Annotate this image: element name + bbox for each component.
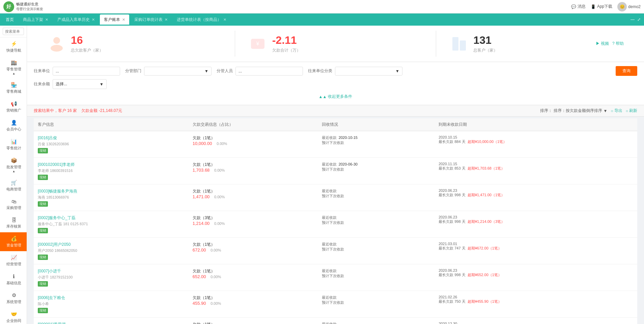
capital-icon: 💰	[11, 236, 17, 242]
overdue-amount-link[interactable]: 超期¥1,471.00（1笔）	[468, 193, 505, 197]
due-date: 2020.12.30	[439, 322, 633, 324]
result-sort[interactable]: 排序： 排序：按欠款金额倒序排序 ▼	[540, 108, 608, 114]
collection-cell: 最近收款 预计下次收款	[318, 238, 435, 264]
sidebar-item-batch-mgmt[interactable]: 📦 批发管理 ▲	[0, 154, 27, 176]
overdue-info: 最长欠款 750 天 超期¥455.90（1笔）	[439, 299, 633, 304]
overdue-amount-link[interactable]: 超期¥652.00（1笔）	[468, 273, 502, 277]
debt-amount: 1,214.00 0.00%	[193, 221, 314, 226]
debt-info-cell: 欠款（1笔） 652.00 0.00%	[189, 264, 318, 291]
main-content: 16 总欠款客户（家） ¥ -2.11 欠款合计（万）	[27, 26, 644, 324]
main-layout: ⚡ 快捷导航 🏬 零售管理 ▲ 🏪 零售商城 📢 营销推广 👤 会员中心 📊 零…	[0, 26, 644, 324]
filter-unit-category-arrow: ▼	[395, 69, 399, 73]
overdue-amount-link[interactable]: 超期¥10,000.00（1笔）	[468, 140, 507, 144]
col-collection: 回收情况	[318, 118, 435, 131]
tab-purchase-stats-close[interactable]: ✕	[165, 18, 168, 22]
debt-info-cell: 欠款（1笔） 1,703.68 0.00%	[189, 158, 318, 184]
message-icon: 💬	[571, 4, 576, 9]
video-help-btn[interactable]: ▶ 视频	[596, 41, 609, 47]
tab-instock-stats-label: 进货单统计表（按商品）	[177, 17, 221, 23]
debt-count: 欠款（1笔）	[193, 322, 314, 324]
sidebar-item-marketing[interactable]: 📢 营销推广	[0, 97, 27, 116]
customer-name-link[interactable]: [0002]服务中心_丁磊	[38, 215, 185, 221]
sidebar-item-inventory[interactable]: 🗄 库存核算	[0, 214, 27, 232]
overdue-amount-link[interactable]: 超期¥1,214.00（3笔）	[468, 219, 505, 224]
tab-instock-stats[interactable]: 进货单统计表（按商品） ✕	[173, 14, 230, 25]
user-menu[interactable]: 😊 demo2	[617, 2, 641, 11]
due-date-cell: 2021.03.01 最长欠款 747 天 超期¥672.00（1笔）	[435, 238, 637, 264]
filter-manager-input[interactable]: ...	[235, 67, 303, 76]
customer-name-link[interactable]: [0016]吕俊	[38, 135, 185, 141]
sidebar-batch-mgmt-label: 批发管理	[6, 165, 21, 170]
sidebar-item-quick-nav[interactable]: ⚡ 快捷导航	[0, 37, 27, 56]
customer-phone: 用户2050 18665062050	[38, 248, 185, 253]
tab-customer-account[interactable]: 客户账本 ✕	[100, 14, 129, 25]
customer-info-cell: [000002]用户2050 用户2050 18665062050 现销	[34, 238, 189, 264]
customer-name-link[interactable]: [000001]黄思源	[38, 322, 185, 324]
tab-product-shelf-close[interactable]: ✕	[45, 18, 48, 22]
ecommerce-icon: 🛒	[11, 180, 17, 186]
table-row: [000002]用户2050 用户2050 18665062050 现销 欠款（…	[34, 238, 637, 264]
table-row: [0003]畅捷服务尹海燕 海燕 18513066976 现销 欠款（1笔） 1…	[34, 184, 637, 211]
due-date-cell: 2021.02.26 最长欠款 750 天 超期¥455.90（1笔）	[435, 291, 637, 318]
app-download-btn[interactable]: 📱 App下载	[591, 4, 612, 9]
filter-from-unit-input[interactable]: ...	[53, 67, 120, 76]
filter-manager-label: 分管人员	[217, 68, 233, 74]
debt-amount: 672.00 0.00%	[193, 247, 314, 253]
menu-search-input[interactable]	[3, 28, 24, 35]
filter-balance-label: 往来余额	[34, 81, 50, 87]
sidebar-item-purchase[interactable]: 🛍 采购管理	[0, 195, 27, 214]
tab-product-shelf[interactable]: 商品上下架 ✕	[19, 14, 52, 25]
tab-home[interactable]: 首页	[2, 14, 18, 25]
overdue-info: 最长欠款 747 天 超期¥672.00（1笔）	[439, 246, 633, 251]
filter-balance-select[interactable]: 选择... ▼	[53, 79, 107, 89]
table-header-row: 客户信息 欠款交易信息（占比） 回收情况 到期未收款日期	[34, 118, 637, 131]
operations-icon: 📈	[11, 255, 17, 261]
tab-customer-account-close[interactable]: ✕	[122, 18, 125, 22]
overdue-amount-link[interactable]: 超期¥1,703.68（1笔）	[468, 166, 505, 170]
sidebar-item-retail-mgmt[interactable]: 🏬 零售管理 ▲	[0, 56, 27, 79]
sidebar-item-retail-stats[interactable]: 📊 零售统计	[0, 135, 27, 154]
refresh-button[interactable]: ○ 刷新	[626, 108, 637, 114]
sidebar-item-capital[interactable]: 💰 资金管理	[0, 232, 27, 251]
filter-unit-category-select[interactable]: ▼	[335, 67, 402, 76]
sidebar-item-retail-shop[interactable]: 🏪 零售商城	[0, 79, 27, 97]
filter-department-select[interactable]: ▼	[144, 67, 212, 76]
filter-from-unit-dots: ...	[56, 69, 59, 73]
due-date: 2021.02.26	[439, 295, 633, 299]
customer-name-link[interactable]: [0001020001]李老师	[38, 162, 185, 168]
customer-phone: 服务中心_丁磊 181 0125 8371	[38, 222, 185, 227]
collapse-filters-btn[interactable]: ▲▲ 收起更多条件	[317, 92, 354, 101]
query-button[interactable]: 查询	[616, 66, 637, 76]
help-btn[interactable]: ? 帮助	[612, 41, 624, 47]
sidebar-system-label: 系统管理	[6, 299, 21, 304]
top-bar: 好 畅捷通好生意 母婴行业演示账套 💬 消息 📱 App下载 😊 demo2	[0, 0, 644, 13]
export-button[interactable]: ○ 导出	[611, 108, 622, 114]
overdue-info: 最长欠款 998 天 超期¥1,214.00（3笔）	[439, 219, 633, 224]
messages-btn[interactable]: 💬 消息	[571, 4, 586, 9]
result-amount-label: 欠款金额	[81, 108, 97, 113]
sidebar-item-enterprise[interactable]: 🤝 企业协同	[0, 308, 27, 324]
tab-product-instock[interactable]: 产成品入库单历史 ✕	[53, 14, 99, 25]
sidebar-item-member-center[interactable]: 👤 会员中心	[0, 116, 27, 135]
basic-info-icon: ℹ	[13, 273, 15, 279]
sidebar-item-operations[interactable]: 📈 经营管理	[0, 251, 27, 270]
tab-product-instock-close[interactable]: ✕	[92, 18, 95, 22]
last-collection-label: 最近收款	[322, 188, 431, 194]
sidebar-item-basic-info[interactable]: ℹ 基础信息	[0, 270, 27, 289]
inventory-icon: 🗄	[11, 217, 17, 223]
svg-point-1	[51, 45, 63, 52]
tab-instock-stats-close[interactable]: ✕	[223, 18, 226, 22]
customer-info-cell: [000001]黄思源 黄思源 13552700226 现销	[34, 318, 189, 324]
tab-purchase-stats[interactable]: 采购订单统计表 ✕	[130, 14, 172, 25]
window-maximize-btn[interactable]: ⤢	[637, 17, 641, 22]
customer-name-link[interactable]: [000002]用户2050	[38, 242, 185, 247]
overdue-amount-link[interactable]: 超期¥672.00（1笔）	[468, 246, 502, 250]
customer-name-link[interactable]: [0007]小进千	[38, 268, 185, 274]
customer-info-cell: [0003]畅捷服务尹海燕 海燕 18513066976 现销	[34, 184, 189, 211]
overdue-amount-link[interactable]: 超期¥455.90（1笔）	[468, 299, 502, 303]
sidebar-item-ecommerce[interactable]: 🛒 电商管理	[0, 176, 27, 195]
window-minimize-btn[interactable]: —	[631, 17, 635, 22]
sidebar-item-system[interactable]: ⚙ 系统管理	[0, 289, 27, 308]
customer-name-link[interactable]: [0006]去下粮仓	[38, 295, 185, 301]
customer-name-link[interactable]: [0003]畅捷服务尹海燕	[38, 188, 185, 194]
